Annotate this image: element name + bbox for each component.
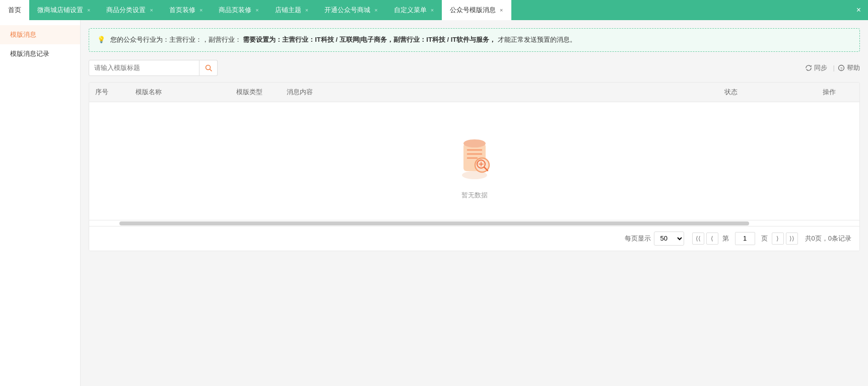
page-size-select[interactable]: 50 10 20 100 — [654, 231, 684, 246]
tab-open-mall[interactable]: 开通公众号商城 × — [316, 0, 385, 20]
sidebar-item-template-record[interactable]: 模版消息记录 — [0, 44, 80, 63]
page-size-label: 每页显示 — [625, 234, 651, 243]
tab-home[interactable]: 首页 — [0, 0, 29, 20]
tab-homepage-decoration[interactable]: 首页装修 × — [161, 0, 211, 20]
search-input[interactable] — [89, 60, 199, 76]
tab-homepage-decoration-label: 首页装修 — [169, 6, 195, 15]
sidebar-item-template-message[interactable]: 模版消息 — [0, 25, 80, 44]
data-table: 序号 模版名称 模版类型 消息内容 状态 操作 — [89, 82, 860, 251]
help-label: 帮助 — [847, 63, 860, 72]
page-prev-button[interactable]: ⟨ — [706, 233, 718, 245]
tab-product-decoration-close[interactable]: × — [255, 7, 258, 13]
tab-open-mall-label: 开通公众号商城 — [324, 6, 370, 15]
page-di-word: 第 — [722, 234, 729, 243]
tab-home-label: 首页 — [8, 6, 21, 15]
col-header-content: 消息内容 — [281, 83, 718, 102]
page-first-button[interactable]: ⟨⟨ — [692, 233, 704, 245]
banner-text-suffix: 才能正常发送预置的消息。 — [498, 36, 576, 43]
sidebar: 模版消息 模版消息记录 — [0, 20, 81, 386]
sidebar-template-message-label: 模版消息 — [10, 31, 36, 38]
sync-label: 同步 — [814, 63, 827, 72]
tab-homepage-decoration-close[interactable]: × — [199, 7, 203, 13]
tab-product-category-close[interactable]: × — [150, 7, 153, 13]
tab-bar: 首页 微商城店铺设置 × 商品分类设置 × 首页装修 × 商品页装修 × 店铺主… — [0, 0, 868, 20]
page-next-button[interactable]: ⟩ — [772, 233, 784, 245]
search-bar: 同步 | ? 帮助 — [89, 60, 860, 76]
tab-product-decoration-label: 商品页装修 — [219, 6, 251, 15]
search-button[interactable] — [199, 60, 218, 76]
tab-custom-menu-close[interactable]: × — [431, 7, 434, 13]
pagination: 每页显示 50 10 20 100 ⟨⟨ ⟨ 第 页 ⟩ ⟩⟩ 共0页，0条记录 — [89, 226, 859, 251]
tab-custom-menu-label: 自定义菜单 — [394, 6, 427, 15]
divider: | — [833, 64, 835, 71]
empty-icon — [449, 132, 500, 183]
page-total: 共0页，0条记录 — [805, 234, 851, 243]
col-header-status: 状态 — [718, 83, 799, 102]
tab-template-message-label: 公众号模版消息 — [450, 6, 496, 15]
svg-text:?: ? — [840, 66, 843, 71]
page-nav: ⟨⟨ ⟨ 第 页 ⟩ ⟩⟩ 共0页，0条记录 — [692, 232, 851, 245]
empty-state: 暂无数据 — [89, 102, 859, 220]
tab-shop-theme-close[interactable]: × — [305, 7, 308, 13]
search-icon — [205, 64, 212, 71]
help-button[interactable]: ? 帮助 — [838, 63, 860, 72]
tab-open-mall-close[interactable]: × — [374, 7, 377, 13]
sync-icon — [805, 64, 812, 71]
page-last-button[interactable]: ⟩⟩ — [786, 233, 798, 245]
col-header-name: 模版名称 — [129, 83, 230, 102]
content-area: 💡 您的公众号行业为：主营行业：，副营行业： 需要设置为：主营行业：IT科技 /… — [81, 20, 868, 386]
tab-template-message-close[interactable]: × — [500, 7, 503, 13]
table-header: 序号 模版名称 模版类型 消息内容 状态 操作 — [89, 83, 859, 102]
col-header-no: 序号 — [89, 83, 129, 102]
tab-shop-settings-label: 微商城店铺设置 — [37, 6, 83, 15]
search-right: 同步 | ? 帮助 — [805, 63, 860, 72]
empty-text: 暂无数据 — [461, 191, 488, 200]
page-word: 页 — [761, 234, 768, 243]
search-left — [89, 60, 218, 76]
tab-shop-theme-label: 店铺主题 — [275, 6, 301, 15]
banner-text-prefix: 您的公众号行业为：主营行业：，副营行业： — [110, 36, 241, 43]
banner-highlight: 需要设置为：主营行业：IT科技 / 互联网|电子商务，副营行业：IT科技 / I… — [243, 36, 496, 43]
tab-bar-close-all[interactable]: × — [849, 6, 868, 15]
svg-line-1 — [210, 69, 212, 71]
tab-product-category-label: 商品分类设置 — [106, 6, 146, 15]
sync-button[interactable]: 同步 — [805, 63, 827, 72]
info-banner: 💡 您的公众号行业为：主营行业：，副营行业： 需要设置为：主营行业：IT科技 /… — [89, 28, 860, 52]
tab-shop-settings[interactable]: 微商城店铺设置 × — [29, 0, 98, 20]
page-number-input[interactable] — [735, 232, 755, 245]
horizontal-scrollbar[interactable] — [89, 220, 859, 226]
main-layout: 模版消息 模版消息记录 💡 您的公众号行业为：主营行业：，副营行业： 需要设置为… — [0, 20, 868, 386]
tab-shop-theme[interactable]: 店铺主题 × — [267, 0, 316, 20]
tab-shop-settings-close[interactable]: × — [87, 7, 90, 13]
tab-template-message[interactable]: 公众号模版消息 × — [442, 0, 511, 20]
tab-custom-menu[interactable]: 自定义菜单 × — [386, 0, 442, 20]
col-header-type: 模版类型 — [230, 83, 281, 102]
help-icon: ? — [838, 64, 845, 71]
scrollbar-thumb[interactable] — [119, 221, 749, 225]
col-header-action: 操作 — [799, 83, 859, 102]
bulb-icon: 💡 — [97, 36, 105, 43]
tab-product-category[interactable]: 商品分类设置 × — [98, 0, 161, 20]
tab-product-decoration[interactable]: 商品页装修 × — [211, 0, 266, 20]
svg-point-6 — [463, 139, 486, 147]
sidebar-template-record-label: 模版消息记录 — [10, 50, 49, 57]
